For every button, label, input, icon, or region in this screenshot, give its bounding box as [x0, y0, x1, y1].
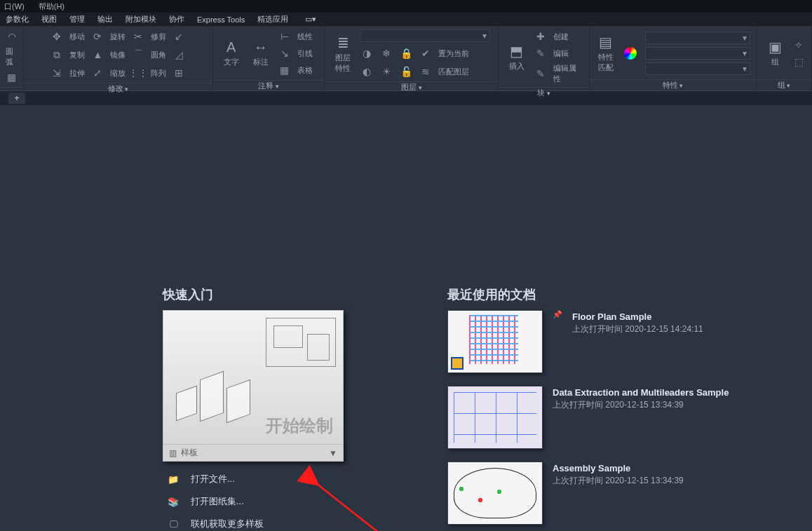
block-create-icon[interactable]: ✚ — [534, 29, 548, 43]
mirror-icon[interactable]: ▲ — [90, 48, 104, 62]
start-drawing-text: 开始绘制 — [266, 415, 333, 437]
group-button[interactable]: ▣组 — [762, 41, 787, 66]
rotate-label: 旋转 — [110, 32, 126, 42]
leader-icon[interactable]: ↘ — [278, 46, 292, 60]
layer-lock-icon[interactable]: 🔒 — [399, 46, 413, 60]
layer-off-icon[interactable]: ◑ — [360, 46, 374, 60]
recent-doc[interactable]: Data Extraction and Multileaders Sample … — [447, 386, 784, 449]
copy-icon[interactable]: ⧉ — [50, 48, 64, 62]
online-templates-link[interactable]: 🖵联机获取更多样板 — [163, 518, 352, 530]
tab-output[interactable]: 输出 — [97, 14, 113, 25]
panel-layers: ≣图层 特性 ▾ ◑ ❄ 🔒 ✔ 置为当前 ◐ ☀ 🔓 ≋ 匹配图层 — [325, 27, 499, 90]
color-wheel-button[interactable] — [621, 41, 642, 66]
dropdown-icon: ▼ — [329, 448, 337, 458]
copy-label: 复制 — [69, 50, 85, 60]
layer-properties-button[interactable]: ≣图层 特性 — [330, 41, 356, 67]
download-icon: 🖵 — [165, 518, 181, 530]
block-attr-label: 编辑属性 — [553, 63, 583, 84]
ribbon-tabs: 参数化 视图 管理 输出 附加模块 协作 Express Tools 精选应用 … — [0, 13, 812, 27]
open-sheetset-link[interactable]: 📚打开图纸集... — [163, 495, 352, 508]
recent-title: 最近使用的文档 — [447, 286, 784, 303]
block-edit-icon[interactable]: ✎ — [534, 46, 548, 60]
trim-icon[interactable]: ✂ — [131, 29, 145, 43]
template-label: 样板 — [181, 447, 198, 459]
panel-modify-title[interactable]: 修改 — [108, 84, 129, 93]
new-tab-button[interactable]: + — [8, 93, 25, 104]
tab-view[interactable]: 视图 — [41, 14, 57, 25]
move-icon[interactable]: ✥ — [50, 29, 64, 43]
layer-thaw-icon[interactable]: ☀ — [379, 65, 393, 79]
menu-help[interactable]: 帮助(H) — [39, 1, 65, 12]
recent-doc[interactable]: Assembly Sample 上次打开时间 2020-12-15 13:34:… — [447, 462, 784, 525]
trim-label: 修剪 — [151, 32, 166, 42]
move-label: 移动 — [69, 32, 85, 42]
explode-icon[interactable]: ⊞ — [172, 66, 186, 80]
match-properties-button[interactable]: ▤特性 匹配 — [595, 41, 616, 66]
tab-addins[interactable]: 附加模块 — [126, 14, 156, 25]
insert-button[interactable]: ⬒插入 — [504, 44, 529, 69]
scale-label: 缩放 — [110, 68, 126, 79]
color-combo[interactable]: ▾ — [645, 32, 750, 44]
linear-label: 线性 — [297, 32, 313, 42]
panel-group: ▣组 ✧ ⬚ 组 — [757, 27, 812, 90]
stretch-icon[interactable]: ⇲ — [50, 66, 64, 80]
arc-label: 圆弧 — [6, 46, 18, 67]
array-label: 阵列 — [151, 68, 166, 79]
template-icon: ▥ — [169, 448, 177, 458]
dimension-button[interactable]: ↔标注 — [248, 41, 273, 66]
panel-layers-title[interactable]: 图层 — [401, 83, 422, 91]
lineweight-combo[interactable]: ▾ — [645, 47, 750, 60]
tab-parametric[interactable]: 参数化 — [6, 14, 29, 25]
block-attr-icon[interactable]: ✎ — [534, 67, 548, 81]
linetype-combo[interactable]: ▾ — [645, 62, 750, 75]
array-icon[interactable]: ⋮⋮ — [131, 66, 145, 80]
layer-match-icon[interactable]: ≋ — [419, 65, 433, 79]
layer-setcurrent-icon[interactable]: ✔ — [419, 46, 433, 60]
scale-icon[interactable]: ⤢ — [90, 66, 104, 80]
extend-icon[interactable]: ↙ — [172, 29, 186, 43]
group-edit-icon[interactable]: ✧ — [792, 38, 806, 52]
template-dropdown[interactable]: ▥样板 ▼ — [163, 444, 343, 461]
doc-meta: 上次打开时间 2020-12-15 13:34:39 — [553, 475, 684, 487]
panel-block: ⬒插入 ✚创建 ✎编辑 ✎编辑属性 块 — [499, 27, 590, 90]
tab-end-button[interactable]: ▭▾ — [305, 15, 316, 24]
text-button[interactable]: A文字 — [219, 41, 244, 66]
panel-group-title[interactable]: 组 — [778, 81, 791, 89]
layer-combo[interactable]: ▾ — [360, 29, 490, 42]
layer-freeze-icon[interactable]: ❄ — [379, 46, 393, 60]
tab-collaborate[interactable]: 协作 — [169, 14, 184, 25]
doc-name: Data Extraction and Multileaders Sample — [553, 387, 729, 398]
chamfer-icon[interactable]: ◿ — [172, 48, 186, 62]
arc-icon[interactable]: ◠ — [5, 29, 19, 43]
panel-block-title[interactable]: 块 — [537, 88, 550, 97]
panel-properties: ▤特性 匹配 ▾ ▾ ▾ 特性 — [590, 27, 757, 90]
recent-doc[interactable]: 📌 Floor Plan Sample 上次打开时间 2020-12-15 14… — [447, 310, 784, 373]
linear-icon[interactable]: ⊢ — [278, 29, 292, 43]
doc-meta: 上次打开时间 2020-12-15 14:24:11 — [572, 323, 703, 335]
fillet-icon[interactable]: ⌒ — [131, 48, 145, 62]
folder-icon: 📁 — [165, 473, 181, 485]
setcurrent-label: 置为当前 — [438, 48, 469, 59]
group-select-icon[interactable]: ⬚ — [792, 55, 806, 69]
doc-thumbnail — [447, 462, 543, 525]
hatch-icon[interactable]: ▦ — [5, 70, 19, 84]
doc-meta: 上次打开时间 2020-12-15 13:34:39 — [553, 399, 729, 411]
quickstart-title: 快速入门 — [163, 286, 352, 303]
quickstart: 快速入门 开始绘制 ▥样板 ▼ 📁打开文件... 📚打开图纸集... 🖵联机获取… — [163, 286, 352, 531]
stretch-label: 拉伸 — [69, 68, 85, 79]
table-icon[interactable]: ▦ — [278, 63, 292, 77]
menu-window[interactable]: 口(W) — [4, 1, 25, 12]
tab-manage[interactable]: 管理 — [69, 14, 85, 25]
layer-unlock-icon[interactable]: 🔓 — [399, 65, 413, 79]
panel-annotate-title[interactable]: 注释 — [258, 81, 279, 90]
doc-thumbnail — [447, 386, 543, 449]
rotate-icon[interactable]: ⟳ — [90, 29, 104, 43]
start-drawing-card[interactable]: 开始绘制 ▥样板 ▼ — [163, 310, 344, 462]
pin-icon[interactable]: 📌 — [553, 310, 562, 320]
block-create-label: 创建 — [553, 32, 569, 42]
tab-express-tools[interactable]: Express Tools — [197, 15, 245, 24]
open-file-link[interactable]: 📁打开文件... — [163, 473, 352, 485]
panel-properties-title[interactable]: 特性 — [663, 81, 684, 89]
tab-featured-apps[interactable]: 精选应用 — [257, 14, 288, 25]
layer-iso-icon[interactable]: ◐ — [360, 65, 374, 79]
